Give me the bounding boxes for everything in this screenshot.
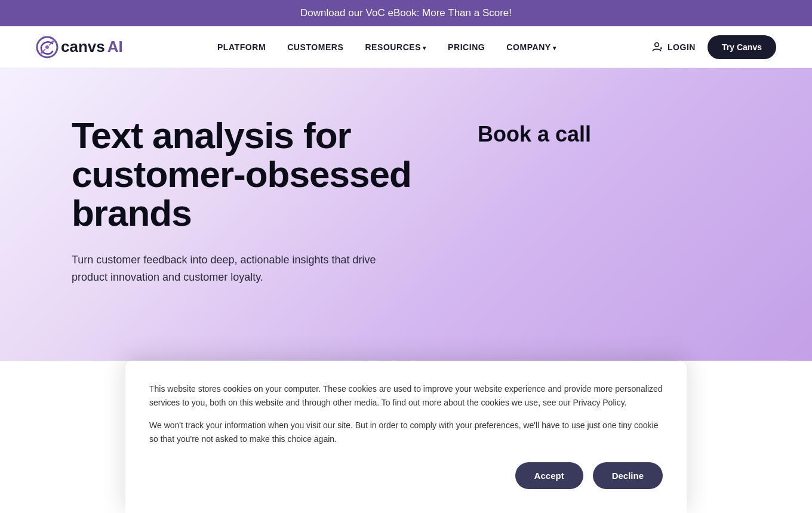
- nav-pricing[interactable]: PRICING: [448, 42, 485, 52]
- logo-word: canvs: [61, 38, 105, 56]
- nav-links: PLATFORM CUSTOMERS RESOURCES PRICING COM…: [217, 42, 556, 53]
- svg-point-6: [655, 42, 659, 47]
- login-button[interactable]: LOGIN: [651, 41, 696, 53]
- cookie-accept-button[interactable]: Accept: [515, 462, 583, 489]
- login-label: LOGIN: [668, 42, 696, 52]
- svg-point-3: [51, 41, 54, 43]
- try-label: Try Canvs: [722, 42, 762, 52]
- headline-line1: Text analysis for: [72, 115, 351, 156]
- hero-headline: Text analysis for customer-obsessed bran…: [72, 116, 442, 232]
- logo[interactable]: canvsAI: [36, 36, 123, 59]
- cookie-text-2: We won't track your information when you…: [149, 419, 663, 446]
- navbar: canvsAI PLATFORM CUSTOMERS RESOURCES PRI…: [0, 26, 812, 68]
- svg-point-5: [41, 51, 43, 54]
- nav-company[interactable]: COMPANY: [506, 42, 556, 52]
- hero-left: Text analysis for customer-obsessed bran…: [72, 116, 442, 286]
- hero-section: Text analysis for customer-obsessed bran…: [0, 68, 812, 361]
- book-call-title[interactable]: Book a call: [478, 122, 681, 147]
- cookie-buttons: Accept Decline: [149, 462, 663, 489]
- cookie-banner: This website stores cookies on your comp…: [125, 361, 687, 513]
- banner-text: Download our VoC eBook: More Than a Scor…: [300, 7, 512, 19]
- try-canvs-button[interactable]: Try Canvs: [708, 35, 776, 59]
- headline-line3: brands: [72, 192, 192, 234]
- hero-subtext: Turn customer feedback into deep, action…: [72, 251, 394, 286]
- headline-line2: customer-obsessed: [72, 153, 411, 195]
- logo-ai: AI: [107, 38, 123, 56]
- nav-customers[interactable]: CUSTOMERS: [287, 42, 343, 52]
- svg-point-1: [45, 45, 49, 49]
- cookie-text-1: This website stores cookies on your comp…: [149, 382, 663, 409]
- hero-right: Book a call: [442, 116, 681, 147]
- top-banner[interactable]: Download our VoC eBook: More Than a Scor…: [0, 0, 812, 26]
- nav-platform[interactable]: PLATFORM: [217, 42, 266, 52]
- logo-icon: [36, 36, 59, 59]
- nav-resources[interactable]: RESOURCES: [365, 42, 426, 52]
- cookie-decline-button[interactable]: Decline: [593, 462, 663, 489]
- nav-right: LOGIN Try Canvs: [651, 35, 776, 59]
- person-icon: [651, 41, 663, 53]
